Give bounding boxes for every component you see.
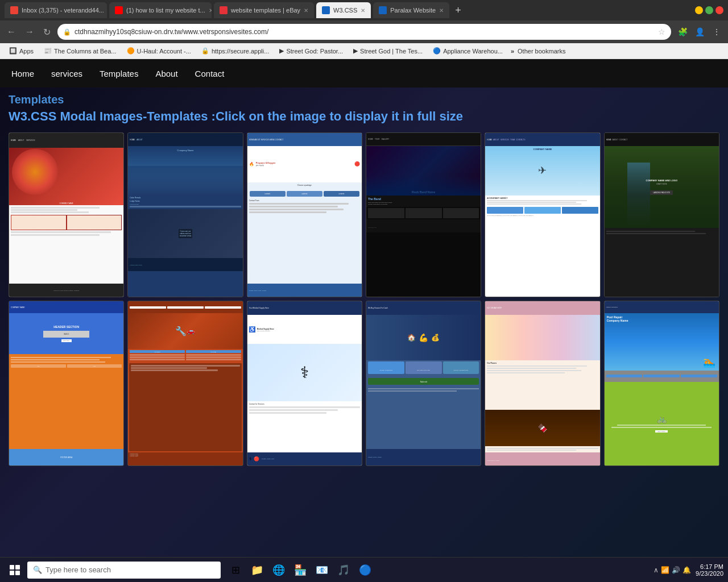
tab-label-4: W3.CSS: [333, 7, 357, 14]
tab-favicon-3: [220, 6, 228, 14]
tray-volume-icon[interactable]: 🔊: [672, 566, 680, 574]
template-card-pool[interactable]: Header Templates Pool RepairCompany Name…: [604, 301, 719, 465]
columns-favicon: 📰: [44, 47, 52, 55]
template-card-band[interactable]: HOME TOUR GALLERY Rock Band Name The Ban…: [366, 132, 481, 297]
template-card-landing[interactable]: HOME ABOUT CONTACT COMPANY NAME AND LOGO…: [604, 132, 719, 297]
tab-favicon-1: [10, 6, 18, 14]
tab-5[interactable]: Paralax Website ✕: [373, 2, 449, 18]
template-card-airline[interactable]: HOME ABOUT SERVICES TEAM CONTACTS ✈ COMP…: [485, 132, 600, 297]
extensions-button[interactable]: 🧩: [676, 25, 689, 39]
maximize-button[interactable]: [705, 6, 713, 14]
columns-label: The Columns at Bea...: [54, 48, 116, 55]
template-card-medical[interactable]: Your Medical Supply Store ♿ Medical Supp…: [247, 301, 362, 465]
template-card-cabin[interactable]: HOME ABOUT Company Name Cabin Rentals Lo…: [127, 132, 243, 297]
template-card-icecream[interactable]: ICE CREAM SHOP Our Flavors: [485, 301, 600, 465]
nav-home[interactable]: Home: [11, 69, 34, 78]
windows-logo-icon: [10, 565, 20, 575]
bookmark-star-icon[interactable]: ☆: [658, 27, 665, 36]
template-card-cash[interactable]: We Buy Houses For Cash 🏠 💪 💰 We Buy Fore…: [366, 301, 481, 465]
page-content: Templates W3.CSS Modal Images-Templates …: [0, 88, 728, 472]
nav-templates[interactable]: Templates: [100, 69, 138, 78]
tab-close-5[interactable]: ✕: [439, 7, 444, 14]
bookmark-streetgod1[interactable]: ▶ Street God: Pastor...: [275, 46, 348, 56]
appliance-label: Appliance Warehou...: [443, 48, 503, 55]
breadcrumb: Templates: [9, 93, 719, 106]
tab-1[interactable]: Inbox (3,375) - veterandd44... ✕: [5, 2, 107, 18]
tab-label-2: (1) how to list my website t...: [126, 7, 205, 14]
tab-2[interactable]: (1) how to list my website t... ✕: [109, 2, 212, 18]
appli-label: https://secure.appli...: [212, 48, 270, 55]
bookmark-appliance[interactable]: 🔵 Appliance Warehou...: [428, 46, 507, 56]
menu-button[interactable]: ⋮: [710, 25, 723, 39]
tab-favicon-5: [379, 6, 387, 14]
tab-close-4[interactable]: ✕: [361, 7, 365, 14]
start-button[interactable]: [5, 560, 25, 580]
nav-contact[interactable]: Contact: [195, 69, 225, 78]
back-button[interactable]: ←: [5, 24, 18, 39]
nav-about[interactable]: About: [155, 69, 177, 78]
window-controls: [695, 6, 723, 14]
uhaul-favicon: 🟠: [127, 47, 135, 55]
bookmarks-more[interactable]: »: [511, 48, 514, 55]
tab-4[interactable]: W3.CSS ✕: [316, 2, 371, 18]
tab-favicon-4: [322, 6, 330, 14]
templates-grid-row2: COMPANY NAME HEADER SECTION IMAGE BUTTON: [9, 301, 719, 465]
taskbar-mail[interactable]: 📧: [312, 560, 332, 580]
taskbar-store[interactable]: 🏪: [290, 560, 311, 580]
system-tray-icons: ∧ 📶 🔊 🔔: [653, 566, 691, 574]
minimize-button[interactable]: [695, 6, 703, 14]
uhaul-label: U-Haul: Account -...: [137, 48, 191, 55]
apps-favicon: 🔲: [9, 47, 17, 55]
refresh-button[interactable]: ↻: [41, 24, 53, 40]
bookmark-streetgod2[interactable]: ▶ Street God | The Tes...: [349, 46, 427, 56]
page-title: W3.CSS Modal Images-Templates :Click on …: [9, 109, 719, 124]
url-text: ctdhnazmihyy10sq8csiuw-on.drv.tw/www.vet…: [75, 28, 655, 36]
nav-services[interactable]: services: [51, 69, 82, 78]
tray-notification-icon[interactable]: 🔔: [682, 566, 691, 574]
bookmark-appli[interactable]: 🔒 https://secure.appli...: [197, 46, 274, 56]
close-button[interactable]: [715, 6, 723, 14]
bookmark-apps[interactable]: 🔲 Apps: [5, 46, 38, 56]
taskbar: 🔍 Type here to search ⊞ 📁 🌐 🏪 📧 🎵 🔵 ∧ 📶 …: [0, 557, 728, 582]
current-date: 9/23/2020: [696, 570, 723, 577]
title-bar: Inbox (3,375) - veterandd44... ✕ (1) how…: [0, 0, 728, 20]
site-nav: Home services Templates About Contact: [0, 59, 728, 88]
template-card-garage[interactable]: 🔧 🚗 Car models Oil change: [127, 301, 243, 465]
current-time: 6:17 PM: [700, 563, 723, 570]
time-date-display[interactable]: 6:17 PM 9/23/2020: [696, 563, 723, 577]
bookmark-uhaul[interactable]: 🟠 U-Haul: Account -...: [122, 46, 196, 56]
template-card-header-section[interactable]: COMPANY NAME HEADER SECTION IMAGE BUTTON: [9, 301, 124, 465]
streetgod2-favicon: ▶: [353, 47, 358, 55]
taskbar-edge[interactable]: 🌐: [268, 560, 289, 580]
tab-3[interactable]: website templates | eBay ✕: [214, 2, 314, 18]
profile-button[interactable]: 👤: [693, 25, 706, 39]
appli-favicon: 🔒: [201, 47, 209, 55]
tab-close-2[interactable]: ✕: [209, 7, 212, 14]
other-bookmarks[interactable]: Other bookmarks: [518, 48, 565, 55]
nav-icons: 🧩 👤 ⋮: [676, 25, 723, 39]
url-bar[interactable]: 🔒 ctdhnazmihyy10sq8csiuw-on.drv.tw/www.v…: [57, 24, 671, 40]
streetgod2-label: Street God | The Tes...: [360, 48, 423, 55]
taskbar-chrome[interactable]: 🔵: [355, 560, 375, 580]
new-tab-button[interactable]: +: [452, 5, 465, 16]
tab-close-3[interactable]: ✕: [304, 7, 308, 14]
taskbar-search-bar[interactable]: 🔍 Type here to search: [27, 562, 221, 579]
search-placeholder: Type here to search: [46, 566, 111, 574]
search-icon: 🔍: [33, 566, 42, 574]
taskbar-pinned-items: ⊞ 📁 🌐 🏪 📧 🎵 🔵: [225, 560, 375, 580]
taskbar-taskview[interactable]: ⊞: [225, 560, 246, 580]
bookmark-columns[interactable]: 📰 The Columns at Bea...: [39, 46, 121, 56]
template-card-pizza[interactable]: HOME ABOUT SERVICES COMPANY NAME: [9, 132, 124, 297]
appliance-favicon: 🔵: [433, 47, 441, 55]
template-card-propane[interactable]: HOME ABOUT SERVICES MENU CONTACT 🔥 Propa…: [247, 132, 362, 297]
tab-label-3: website templates | eBay: [231, 7, 300, 14]
taskbar-file-explorer[interactable]: 📁: [247, 560, 267, 580]
tray-network-icon[interactable]: 📶: [661, 566, 669, 574]
taskbar-vlc[interactable]: 🎵: [333, 560, 354, 580]
tray-up-arrow[interactable]: ∧: [653, 566, 659, 574]
forward-button[interactable]: →: [23, 24, 36, 39]
tab-label-1: Inbox (3,375) - veterandd44...: [22, 7, 104, 14]
lock-icon: 🔒: [63, 28, 71, 36]
apps-label: Apps: [19, 48, 34, 55]
bookmarks-bar: 🔲 Apps 📰 The Columns at Bea... 🟠 U-Haul:…: [0, 43, 728, 59]
